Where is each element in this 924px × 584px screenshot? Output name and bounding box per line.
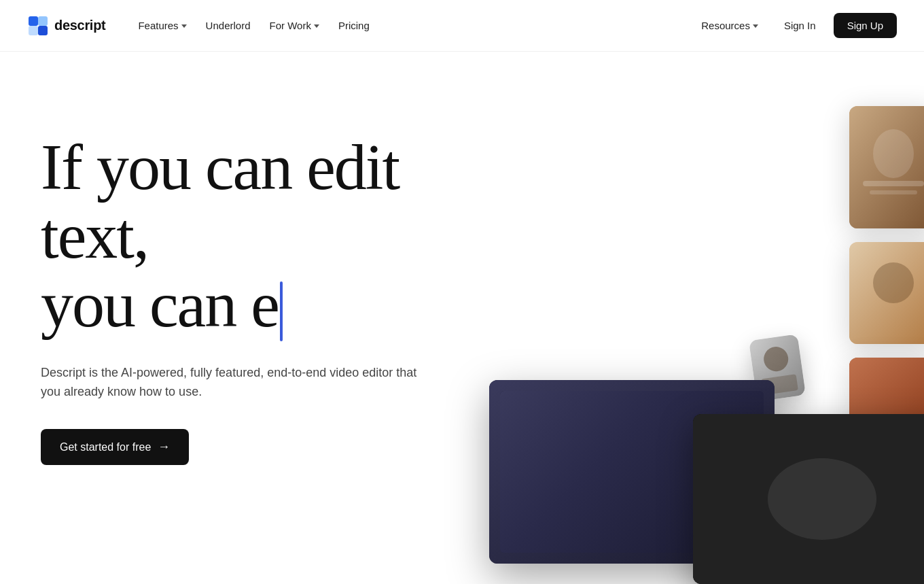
nav-right: Resources Sign In Sign Up	[693, 13, 897, 38]
nav-resources[interactable]: Resources	[693, 14, 766, 37]
logo-text: descript	[54, 18, 105, 33]
hero-headline-line2: you can e	[41, 268, 283, 341]
svg-rect-32	[693, 414, 924, 584]
svg-rect-0	[29, 16, 38, 26]
svg-rect-28	[530, 491, 532, 498]
hero-headline: If you can edit text, you can e	[41, 133, 476, 341]
nav-features[interactable]: Features	[130, 14, 194, 37]
svg-point-35	[781, 502, 863, 543]
svg-point-34	[792, 448, 853, 509]
svg-rect-40	[720, 572, 754, 574]
svg-rect-27	[526, 487, 528, 499]
sign-up-button[interactable]: Sign Up	[834, 13, 897, 38]
svg-point-33	[754, 434, 890, 557]
svg-rect-22	[510, 509, 645, 511]
hero-content: If you can edit text, you can e Descript…	[0, 52, 476, 465]
svg-rect-3	[38, 26, 48, 35]
hero-visual	[408, 52, 924, 584]
svg-point-5	[873, 129, 914, 178]
svg-rect-26	[522, 483, 524, 502]
svg-rect-39	[720, 568, 775, 570]
text-cursor	[280, 281, 283, 341]
chevron-down-icon	[314, 24, 319, 28]
nav-pricing[interactable]: Pricing	[330, 14, 378, 37]
main-nav: descript Features Underlord For Work Pri…	[0, 0, 924, 52]
arrow-icon: →	[158, 440, 170, 454]
svg-rect-36	[693, 414, 924, 584]
svg-point-9	[873, 262, 914, 303]
svg-rect-19	[510, 400, 564, 406]
nav-left: descript Features Underlord For Work Pri…	[27, 14, 378, 37]
svg-rect-24	[514, 485, 516, 500]
svg-rect-2	[29, 26, 38, 35]
hero-image-card-2	[849, 242, 924, 344]
svg-rect-7	[870, 190, 917, 194]
hero-headline-line1: If you can edit text,	[41, 131, 399, 272]
hero-image-card-1	[849, 106, 924, 228]
svg-rect-1	[38, 16, 48, 26]
hero-section: If you can edit text, you can e Descript…	[0, 52, 924, 584]
svg-rect-23	[510, 489, 512, 497]
sign-in-button[interactable]: Sign In	[772, 13, 828, 38]
chevron-down-icon	[753, 24, 758, 28]
svg-rect-20	[510, 413, 591, 417]
nav-links: Features Underlord For Work Pricing	[130, 14, 377, 37]
descript-logo-icon	[27, 15, 49, 37]
nav-underlord[interactable]: Underlord	[198, 14, 259, 37]
chevron-down-icon	[181, 24, 187, 28]
svg-rect-37	[700, 564, 924, 577]
svg-rect-6	[863, 181, 924, 186]
hero-video-screen	[693, 414, 924, 584]
cta-button[interactable]: Get started for free →	[41, 429, 189, 465]
svg-rect-25	[518, 487, 520, 498]
logo-link[interactable]: descript	[27, 15, 105, 37]
svg-point-38	[705, 565, 715, 576]
cta-label: Get started for free	[60, 441, 151, 453]
hero-subtext: Descript is the AI-powered, fully featur…	[41, 363, 435, 402]
nav-for-work[interactable]: For Work	[261, 14, 327, 37]
